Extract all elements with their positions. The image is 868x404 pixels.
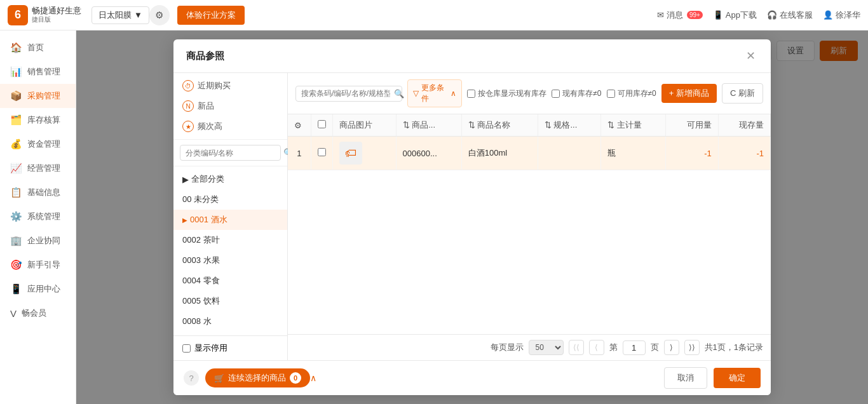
col-available[interactable]: 可用量: [666, 114, 718, 137]
cart-badge: 0: [290, 372, 301, 384]
table-row[interactable]: 1 🏷 00: [288, 137, 771, 170]
category-search-input[interactable]: [186, 149, 281, 158]
nav-right: ✉ 消息 99+ 📱 App下载 🎧 在线客服 👤 徐泽华: [657, 10, 860, 21]
col-settings[interactable]: ⚙: [288, 114, 311, 137]
cat-item-all[interactable]: ▶ 全部分类: [173, 169, 287, 189]
exp-button[interactable]: 体验行业方案: [177, 6, 245, 25]
col-image[interactable]: 商品图片: [332, 114, 396, 137]
sidebar-item-corp[interactable]: 🏢 企业协同: [0, 229, 76, 253]
row-checkbox[interactable]: [318, 148, 326, 156]
cat-item-6[interactable]: 0008 水: [173, 311, 287, 332]
settings-icon[interactable]: ⚙: [149, 5, 170, 25]
new-icon: N: [182, 100, 194, 112]
first-page-btn[interactable]: ⟨⟨: [569, 340, 584, 355]
sidebar-item-guide[interactable]: 🎯 新手引导: [0, 253, 76, 277]
check-stock[interactable]: 现有库存≠0: [552, 88, 601, 99]
filter-btn[interactable]: ▽ 更多条件 ∧: [407, 79, 462, 107]
cart-button[interactable]: 🛒 连续选择的商品 0: [205, 368, 310, 387]
col-name[interactable]: ⇅ 商品名称: [461, 114, 538, 137]
category-tree: ▶ 全部分类 00 未分类 ▶ 0001 酒水 0002 茶: [173, 166, 287, 335]
product-search-icon[interactable]: 🔍: [394, 89, 404, 98]
sidebar-item-member[interactable]: V 畅会员: [0, 301, 76, 325]
message-badge: 99+: [687, 11, 703, 19]
cell-image: 🏷: [332, 137, 396, 170]
left-search: 🔍: [173, 140, 287, 166]
cell-unit: 瓶: [601, 137, 666, 170]
purchase-icon: 📦: [10, 90, 22, 102]
sales-icon: 📊: [10, 66, 22, 77]
show-disabled-checkbox[interactable]: [182, 344, 191, 353]
app-name: 畅捷通好生意: [32, 6, 81, 16]
sidebar-item-apps[interactable]: 📱 应用中心: [0, 277, 76, 301]
refresh-button[interactable]: C 刷新: [722, 83, 763, 104]
sidebar-item-finance[interactable]: 💰 资金管理: [0, 132, 76, 156]
logo-area: 6 畅捷通好生意 捷目版: [8, 5, 81, 25]
cat-expand-all: ▶: [182, 175, 189, 184]
logo-icon: 6: [8, 5, 28, 25]
help-button[interactable]: ?: [184, 370, 199, 386]
product-modal: 商品参照 ✕ ⏱ 近期购买 N 新品: [173, 39, 771, 395]
modal-left-panel: ⏱ 近期购买 N 新品 ★ 频次高: [173, 73, 288, 360]
base-icon: 📋: [10, 187, 22, 198]
modal-footer: ? 🛒 连续选择的商品 0 ∧ 取消 确定: [173, 360, 771, 395]
sidebar-item-manage[interactable]: 📈 经营管理: [0, 156, 76, 180]
col-unit[interactable]: ⇅ 主计量: [601, 114, 666, 137]
cancel-button[interactable]: 取消: [664, 367, 707, 389]
cell-name: 白酒100ml: [461, 137, 538, 170]
check-available[interactable]: 可用库存≠0: [607, 88, 656, 99]
online-service-btn[interactable]: 🎧 在线客服: [767, 10, 813, 21]
sidebar-item-sales[interactable]: 📊 销售管理: [0, 60, 76, 84]
warehouse-checkbox[interactable]: [467, 90, 475, 98]
check-warehouse[interactable]: 按仓库显示现有库存: [467, 88, 546, 99]
cat-item-5[interactable]: 0005 饮料: [173, 291, 287, 311]
company-dropdown[interactable]: 日太阳膜 ▼: [92, 6, 149, 24]
sidebar-item-inventory[interactable]: 🗂️ 库存核算: [0, 108, 76, 132]
quick-item-new[interactable]: N 新品: [173, 96, 287, 116]
col-spec[interactable]: ⇅ 规格...: [538, 114, 600, 137]
cat-item-2[interactable]: 0002 茶叶: [173, 230, 287, 250]
select-all-checkbox[interactable]: [318, 120, 326, 128]
page-number-input[interactable]: [623, 340, 646, 355]
home-icon: 🏠: [10, 42, 22, 53]
next-page-btn[interactable]: ⟩: [664, 340, 679, 355]
sidebar-item-base[interactable]: 📋 基础信息: [0, 180, 76, 205]
cell-checkbox[interactable]: [311, 137, 332, 170]
cell-num: 1: [288, 137, 311, 170]
col-code[interactable]: ⇅ 商品...: [396, 114, 461, 137]
confirm-button[interactable]: 确定: [714, 368, 761, 388]
sidebar-item-system[interactable]: ⚙️ 系统管理: [0, 205, 76, 229]
cell-spec: [538, 137, 600, 170]
cat-item-4[interactable]: 0004 零食: [173, 271, 287, 291]
modal-close-button[interactable]: ✕: [743, 48, 758, 64]
cat-item-1[interactable]: ▶ 0001 酒水: [173, 210, 287, 230]
last-page-btn[interactable]: ⟩⟩: [684, 340, 700, 355]
user-avatar[interactable]: 👤 徐泽华: [823, 10, 860, 21]
app-download-btn[interactable]: 📱 App下载: [713, 10, 757, 21]
available-checkbox[interactable]: [607, 90, 615, 98]
prev-page-btn[interactable]: ⟨: [589, 340, 604, 355]
col-checkbox[interactable]: [311, 114, 332, 137]
message-btn[interactable]: ✉ 消息 99+: [657, 10, 703, 21]
quick-item-recent[interactable]: ⏱ 近期购买: [173, 76, 287, 96]
cat-item-3[interactable]: 0003 水果: [173, 250, 287, 271]
product-search-input[interactable]: [301, 89, 390, 98]
stock-checkbox[interactable]: [552, 90, 560, 98]
sidebar-item-purchase[interactable]: 📦 采购管理: [0, 84, 76, 108]
cell-code: 000600...: [396, 137, 461, 170]
system-icon: ⚙️: [10, 211, 22, 222]
add-product-button[interactable]: + 新增商品: [661, 84, 717, 103]
cat-item-0[interactable]: 00 未分类: [173, 189, 287, 210]
top-nav: 6 畅捷通好生意 捷目版 日太阳膜 ▼ ⚙ 体验行业方案 ✉ 消息 99+ 📱 …: [0, 0, 868, 30]
modal-header: 商品参照 ✕: [173, 39, 771, 73]
corp-icon: 🏢: [10, 235, 22, 246]
cart-collapse-icon[interactable]: ∧: [310, 373, 316, 383]
quick-item-freq[interactable]: ★ 频次高: [173, 116, 287, 137]
sidebar: 🏠 首页 📊 销售管理 📦 采购管理 🗂️ 库存核算 💰 资金管理 📈 经营管理…: [0, 30, 76, 404]
sidebar-item-home[interactable]: 🏠 首页: [0, 36, 76, 60]
col-stock[interactable]: 现存量: [718, 114, 770, 137]
show-disabled: 显示停用: [173, 335, 287, 360]
page-size-select[interactable]: 50 10 20 100: [529, 340, 564, 355]
main-layout: 🏠 首页 📊 销售管理 📦 采购管理 🗂️ 库存核算 💰 资金管理 📈 经营管理…: [0, 30, 868, 404]
modal-right-panel: 🔍 ▽ 更多条件 ∧ 按仓库显示现有库存: [288, 73, 771, 360]
content-area: 查询 设置 刷新 商品参照 ✕ ⏱: [76, 30, 868, 404]
